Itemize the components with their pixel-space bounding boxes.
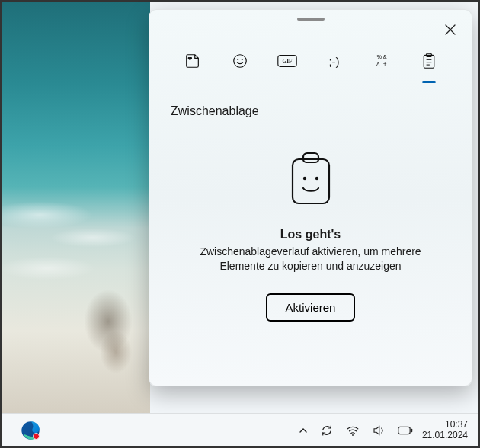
desktop-wallpaper [2,2,150,414]
tab-kaomoji[interactable]: ;-) [324,50,345,72]
svg-point-15 [302,177,306,180]
wifi-icon [346,424,360,437]
gif-icon: GIF [277,54,297,68]
clipboard-smiley-icon [288,152,334,206]
tab-clipboard[interactable] [418,50,440,72]
drag-handle[interactable] [297,18,325,21]
taskbar-app-edge[interactable] [20,420,41,441]
svg-point-2 [241,59,242,60]
sync-icon [320,424,334,437]
svg-point-1 [237,59,238,60]
svg-point-0 [233,55,246,68]
battery-icon [398,425,413,436]
tray-volume[interactable] [372,424,386,437]
close-icon [445,24,456,35]
close-button[interactable] [443,22,458,37]
section-title: Zwischenablage [171,104,472,118]
clock-time: 10:37 [422,420,468,430]
empty-title: Los geht's [180,228,441,242]
svg-text:Δ: Δ [376,61,379,68]
tab-gif[interactable]: GIF [277,50,298,72]
svg-rect-14 [293,159,329,203]
kaomoji-icon: ;-) [328,55,339,68]
svg-point-18 [352,434,354,436]
tray-sync[interactable] [320,424,334,437]
volume-icon [372,424,386,437]
tab-stickers[interactable] [182,50,203,72]
tray-wifi[interactable] [346,424,360,437]
tab-emoji[interactable] [229,50,251,72]
sticker-icon [184,53,201,69]
svg-rect-20 [411,428,412,432]
clock-date: 21.01.2024 [422,430,468,440]
empty-description: Zwischenablageverlauf aktivieren, um meh… [180,245,441,274]
chevron-up-icon [299,426,308,435]
emoji-icon [232,53,248,69]
svg-text:GIF: GIF [282,58,293,65]
notification-dot-icon [33,433,40,440]
svg-rect-19 [398,427,410,434]
tray-battery[interactable] [398,425,413,436]
empty-state: Los geht's Zwischenablageverlauf aktivie… [149,152,472,322]
tray-overflow-chevron[interactable] [299,426,308,435]
symbols-icon: % & Δ + [373,53,390,69]
taskbar-clock[interactable]: 10:37 21.01.2024 [422,420,468,440]
clipboard-tab-icon [421,53,437,69]
svg-text:+: + [382,61,386,68]
svg-text:&: & [382,53,386,60]
svg-point-16 [315,177,318,180]
system-tray [299,424,413,437]
taskbar: 10:37 21.01.2024 [2,413,478,446]
emoji-clipboard-flyout: GIF ;-) % & Δ + [149,9,472,386]
tab-strip: GIF ;-) % & Δ + [149,50,472,72]
tab-symbols[interactable]: % & Δ + [371,50,392,72]
svg-text:%: % [376,53,382,60]
activate-button[interactable]: Aktivieren [266,293,356,322]
